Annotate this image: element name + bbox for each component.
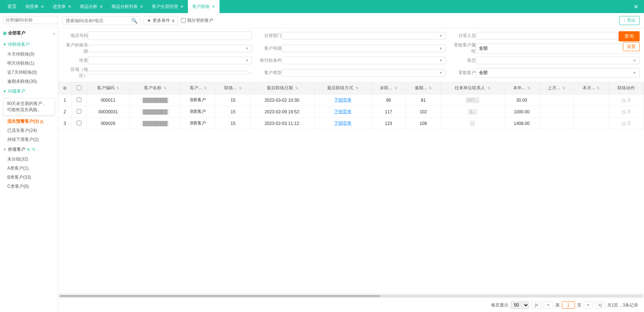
nav-item-productanalysis[interactable]: 商品分析 ✕	[76, 0, 107, 13]
page-number-input[interactable]	[562, 301, 575, 309]
search-input[interactable]	[66, 18, 131, 23]
row-code: 00030031	[87, 106, 130, 118]
sidebar-item-tomorrow-pending[interactable]: 明天待联络(1)	[0, 59, 58, 68]
row-select-checkbox[interactable]	[77, 97, 81, 102]
price-level-select[interactable]: ▼	[88, 45, 252, 52]
refresh-icon[interactable]: ↻	[27, 147, 31, 152]
phone-input[interactable]	[88, 31, 252, 40]
name-blurred: ████████	[141, 97, 169, 103]
region-select[interactable]	[88, 71, 248, 74]
action-contact-icon[interactable]: ◷	[621, 121, 626, 126]
region-more-icon[interactable]: ···	[248, 70, 252, 76]
last-method-link[interactable]: 下销货单	[334, 121, 351, 126]
col-this-year[interactable]: 本年... ⇅	[504, 82, 539, 94]
close-customercontact-icon[interactable]: ✕	[212, 4, 215, 9]
sidebar-item-declining[interactable]: 持续下滑客户(2)	[0, 135, 58, 144]
dept-select[interactable]: ▼	[282, 32, 446, 40]
col-name[interactable]: 客户名称 ⇅	[129, 82, 181, 94]
nav-item-purchaseorder[interactable]: 进货单 ✕	[48, 0, 76, 13]
query-button[interactable]: 查询	[619, 31, 640, 41]
nav-item-customersegment[interactable]: 客户分层经营 ✕	[148, 0, 188, 13]
nav-item-customercontact[interactable]: 客户联络 ✕	[188, 0, 220, 13]
search-button[interactable]: 🔍	[131, 18, 137, 24]
sidebar-item-b-customers[interactable]: B类客户(33)	[0, 173, 58, 182]
sidebar-item-overdue-pending[interactable]: 逾期未联络(30)	[0, 77, 58, 86]
retail-attr-select[interactable]: 全部▼	[476, 44, 640, 53]
edit-icon[interactable]: ✎	[32, 147, 36, 152]
action-more-icon[interactable]: ⠿	[627, 121, 631, 126]
sidebar-all-customers[interactable]: ⊞ 全部客户 «	[0, 27, 58, 39]
region-label: 区域（地区）	[63, 66, 88, 79]
col-type[interactable]: 客户... ⇅	[181, 82, 216, 94]
customer-type-select[interactable]: ▼	[282, 69, 446, 77]
last-page-button[interactable]: >|	[595, 301, 605, 309]
payment-select[interactable]: ▼	[282, 57, 446, 64]
col-contact-person[interactable]: 往来单位联系人 ⇅	[441, 82, 504, 94]
col-uncontacted[interactable]: 未联... ⇅	[371, 82, 406, 94]
export-button[interactable]: ↑ 导出	[619, 16, 640, 25]
total-records: 共1页，3条记录	[607, 302, 638, 308]
sidebar-item-today-pending[interactable]: 今天待联络(0)	[0, 50, 58, 59]
col-code[interactable]: 客户编码 ⇅	[87, 82, 130, 94]
gender-select[interactable]: ▼	[88, 57, 252, 64]
nav-item-salesorder[interactable]: 销货单 ✕	[21, 0, 48, 13]
sidebar-search-input[interactable]	[3, 16, 58, 24]
sidebar-item-7days-pending[interactable]: 近7天待联络(0)	[0, 68, 58, 77]
col-last-date[interactable]: 最后联络日期 ⇅	[250, 82, 314, 94]
retail-customer-select[interactable]: 全部▼	[476, 68, 640, 78]
sidebar-item-a-customers[interactable]: A类客户(1)	[0, 164, 58, 173]
col-this-month[interactable]: 本月... ⇅	[574, 82, 609, 94]
settings-button[interactable]: 设置	[623, 42, 640, 51]
sidebar-group-pending[interactable]: 待联络客户	[0, 39, 58, 50]
row-select-checkbox[interactable]	[77, 109, 81, 114]
col-overdue[interactable]: 逾期... ⇅	[406, 82, 441, 94]
sidebar-group-problem[interactable]: 问题客户	[0, 86, 58, 97]
col-last-month[interactable]: 上月... ⇅	[539, 82, 574, 94]
sidebar-item-churned[interactable]: 已流失客户(24)	[0, 126, 58, 135]
col-contact[interactable]: 联络... ⇅	[216, 82, 250, 94]
per-page-label: 每页显示	[491, 302, 508, 308]
last-method-link[interactable]: 下销货单	[334, 97, 351, 102]
row-name: ████████	[129, 106, 181, 118]
contact-person-blurred: 107...	[466, 97, 479, 103]
scrollbar-thumb[interactable]	[60, 295, 380, 297]
customer-level-select[interactable]: ▼	[282, 45, 446, 52]
close-customersegment-icon[interactable]: ✕	[180, 4, 184, 9]
action-more-icon[interactable]: ⠿	[627, 109, 631, 115]
close-purchaseorder-icon[interactable]: ✕	[68, 4, 71, 9]
sidebar-item-ungrouped[interactable]: 未分组(32)	[0, 155, 58, 164]
collapse-icon[interactable]: «	[53, 31, 55, 36]
action-more-icon[interactable]: ⠿	[627, 97, 631, 103]
nav-home[interactable]: 首页	[3, 0, 21, 13]
horizontal-scrollbar[interactable]	[58, 293, 644, 298]
action-contact-icon[interactable]: ◷	[621, 97, 626, 103]
status-select[interactable]: ▼	[476, 57, 640, 64]
col-settings[interactable]: ⚙	[58, 82, 72, 94]
nav-item-productlist[interactable]: 商品分析列表 ✕	[107, 0, 148, 13]
next-page-button[interactable]: >	[584, 301, 593, 309]
page-suffix: 页	[577, 302, 581, 308]
manager-select[interactable]: ▼	[476, 32, 636, 40]
sidebar-item-c-customers[interactable]: C类客户(6)	[0, 182, 58, 191]
close-productanalysis-icon[interactable]: ✕	[100, 4, 103, 9]
per-page-select[interactable]: 50 20 100	[511, 301, 529, 309]
first-page-button[interactable]: |<	[531, 301, 542, 309]
filter-dept: 分管部门 ▼	[256, 31, 446, 40]
close-productlist-icon[interactable]: ✕	[140, 4, 143, 9]
col-last-method[interactable]: 最后联络方式 ⇅	[314, 82, 371, 94]
close-salesorder-icon[interactable]: ✕	[41, 4, 44, 9]
payment-arrow-icon: ▼	[439, 58, 443, 62]
more-conditions-button[interactable]: ▼ 更多条件 ∧	[144, 16, 178, 25]
row-select-checkbox[interactable]	[77, 121, 81, 125]
filter-customer-type: 客户类型 ▼	[256, 66, 446, 79]
my-customers-checkbox[interactable]	[181, 18, 186, 23]
prev-page-button[interactable]: <	[544, 301, 553, 309]
window-close-button[interactable]: ✕	[631, 3, 641, 10]
action-contact-icon[interactable]: ◷	[621, 109, 626, 115]
sidebar-item-churn-warning[interactable]: 流失预警客户(3) ⚠	[0, 117, 58, 126]
filter-retail-customer: 零散客户 全部▼	[450, 66, 640, 79]
sidebar-tooltip: 90天未交易的客户，可能有流失风险。	[3, 98, 55, 116]
last-method-link[interactable]: 下销货单	[334, 109, 351, 114]
select-all-checkbox[interactable]	[77, 85, 81, 90]
sidebar-group-value[interactable]: 价值客户 ↻ ✎	[0, 144, 58, 155]
